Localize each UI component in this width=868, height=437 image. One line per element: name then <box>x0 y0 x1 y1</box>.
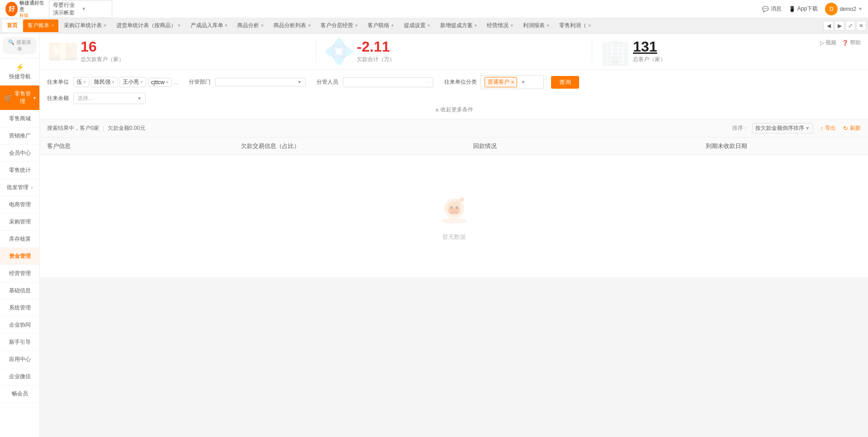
search-menu-input[interactable]: 🔍 搜索菜单 <box>3 37 37 54</box>
refresh-button[interactable]: ↻ 刷新 <box>843 124 861 132</box>
sidebar-item-inventory[interactable]: 库存核算 <box>0 231 39 248</box>
sidebar-item-enterprise-wechat[interactable]: 企业微信 <box>0 368 39 385</box>
sidebar-item-app-center[interactable]: 应用中心 <box>0 351 39 368</box>
tab-operations[interactable]: 经营情况 × <box>482 19 518 32</box>
app-download-button[interactable]: 📱 App下载 <box>789 5 818 13</box>
close-icon[interactable]: × <box>511 79 514 86</box>
stat-value-total-owed-customers: 16 <box>81 39 124 54</box>
sidebar-item-marketing[interactable]: 营销推广 <box>0 128 39 145</box>
chevron-down-icon: ▼ <box>82 6 108 11</box>
search-icon: 🔍 <box>8 39 14 45</box>
tab-commission-settings[interactable]: 提成设置 × <box>399 19 435 32</box>
close-icon[interactable]: × <box>178 23 181 28</box>
sub-person-input[interactable]: ··· <box>343 77 433 87</box>
close-icon[interactable]: × <box>427 23 430 28</box>
close-icon[interactable]: × <box>547 23 549 28</box>
sidebar-item-system-mgmt[interactable]: 系统管理 <box>0 299 39 317</box>
top-bar: 好 畅捷通好生意 标版 母婴行业演示帐套 ▼ 💬 消息 📱 App下载 D de… <box>0 0 868 18</box>
table-area: 客户信息 欠款交易信息（占比） 回款情况 到期未收款日期 <box>40 138 868 277</box>
tab-retail-profit[interactable]: 零售利润（ × <box>555 19 595 32</box>
stat-bg-diamond-icon: 💠 <box>323 37 355 66</box>
filter-tag-wang[interactable]: 王小亮 × <box>120 77 146 87</box>
close-icon[interactable]: × <box>308 23 311 28</box>
sidebar-item-business-mgmt[interactable]: 经营管理 <box>0 265 39 282</box>
user-profile[interactable]: D demo2 ▼ <box>825 3 863 15</box>
divider: | <box>103 125 104 132</box>
filter-area: 往来单位 伍 × 陈民强 × 王小亮 × cjttcw <box>40 70 868 119</box>
close-icon[interactable]: × <box>112 80 115 85</box>
filter-tag-wu[interactable]: 伍 × <box>73 77 89 87</box>
close-icon[interactable]: × <box>475 23 477 28</box>
tab-goods-analysis[interactable]: 商品分析 × <box>233 19 268 32</box>
close-icon[interactable]: × <box>104 23 106 28</box>
empty-illustration <box>436 191 472 228</box>
tab-profit-report[interactable]: 利润报表 × <box>518 19 554 32</box>
sidebar-item-retail-shop[interactable]: 零售商城 <box>0 110 39 128</box>
stat-bg-building-icon: 🏢 <box>599 37 631 66</box>
sidebar-item-chang-member[interactable]: 畅会员 <box>0 385 39 403</box>
help-link[interactable]: ❓ 帮助 <box>842 39 861 47</box>
sort-select[interactable]: 按欠款金额倒序排序 ▼ <box>752 123 813 133</box>
sidebar-item-basic-info[interactable]: 基础信息 <box>0 282 39 299</box>
col-header-due: 到期未收款日期 <box>706 142 861 150</box>
sidebar-item-retail-mgmt[interactable]: 🛒 零售管理 ▾ <box>0 86 39 110</box>
export-button[interactable]: ↑ 导出 <box>820 124 836 132</box>
sidebar-item-retail-stats[interactable]: 零售统计 <box>0 162 39 179</box>
tab-purchase-goods-stats[interactable]: 进货单统计表（按商品） × <box>112 19 185 32</box>
stats-bar: 💴 16 总欠款客户（家） 💠 -2.11 欠款合计（万） <box>40 33 868 70</box>
remaining-select[interactable]: 选择... ▼ <box>73 93 146 104</box>
query-button[interactable]: 查询 <box>551 76 579 89</box>
col-header-customer: 客户信息 <box>47 142 241 150</box>
tab-customer-ledger[interactable]: 客户账本 × <box>23 19 58 32</box>
close-icon[interactable]: × <box>166 80 169 85</box>
sidebar-item-enterprise-collab[interactable]: 企业协同 <box>0 317 39 334</box>
tab-home[interactable]: 首页 <box>2 19 22 32</box>
unit-category-select[interactable]: 普通客户 × ▼ <box>480 75 544 89</box>
filter-tag-cjttcw[interactable]: cjttcw × <box>148 78 172 87</box>
tab-expand-button[interactable]: ⤢ <box>845 21 855 31</box>
sidebar-item-purchase-mgmt[interactable]: 采购管理 <box>0 214 39 231</box>
close-icon[interactable]: × <box>225 23 228 28</box>
message-button[interactable]: 💬 消息 <box>762 5 782 13</box>
col-header-debt: 欠款交易信息（占比） <box>241 142 473 150</box>
empty-state: 暂无数据 <box>40 155 868 277</box>
unit-category-selected-tag[interactable]: 普通客户 × <box>484 77 517 87</box>
tab-close-all-button[interactable]: ✕ <box>856 21 866 31</box>
close-icon[interactable]: × <box>140 80 143 85</box>
tab-customer-contact[interactable]: 客户联络 × <box>363 19 398 32</box>
close-icon[interactable]: × <box>510 23 513 28</box>
tab-customer-tier[interactable]: 客户分层经营 × <box>316 19 362 32</box>
filter-more-button[interactable]: ... <box>173 79 178 86</box>
stat-label-total-owed-amount: 欠款合计（万） <box>357 56 395 63</box>
sidebar-item-ecommerce-mgmt[interactable]: 电商管理 <box>0 196 39 214</box>
svg-point-0 <box>441 218 467 223</box>
close-icon[interactable]: × <box>51 23 54 28</box>
sub-dept-select[interactable]: ▼ <box>215 78 306 86</box>
sidebar-item-wholesale-mgmt[interactable]: 批发管理 ▾ <box>0 179 39 196</box>
top-right-area: 💬 消息 📱 App下载 D demo2 ▼ <box>762 3 863 15</box>
more-icon: ··· <box>425 79 429 86</box>
sort-label: 排序： <box>732 124 748 132</box>
sub-person-label: 分管人员 <box>317 78 339 86</box>
close-icon[interactable]: × <box>588 23 591 28</box>
sidebar-item-finance-mgmt[interactable]: 资金管理 <box>0 248 39 265</box>
store-select[interactable]: 母婴行业演示帐套 ▼ <box>49 0 112 18</box>
sidebar-item-member-center[interactable]: 会员中心 <box>0 145 39 162</box>
tab-next-button[interactable]: ▶ <box>834 21 844 31</box>
tab-purchase-stats[interactable]: 采购订单统计表 × <box>59 19 111 32</box>
tab-goods-analysis-list[interactable]: 商品分析列表 × <box>269 19 315 32</box>
filter-tag-chen[interactable]: 陈民强 × <box>91 77 118 87</box>
close-icon[interactable]: × <box>83 80 86 85</box>
close-icon[interactable]: × <box>261 23 264 28</box>
close-icon[interactable]: × <box>391 23 394 28</box>
collapse-button[interactable]: ∧ 收起更多条件 <box>435 106 473 114</box>
tab-prev-button[interactable]: ◀ <box>824 21 834 31</box>
close-icon[interactable]: × <box>355 23 358 28</box>
video-link[interactable]: ▷ 视频 <box>820 39 836 47</box>
sidebar-search-area[interactable]: 🔍 搜索菜单 <box>0 33 39 58</box>
chevron-down-icon: ▼ <box>806 126 810 131</box>
tab-add-commission[interactable]: 新增提成方案 × <box>436 19 482 32</box>
sidebar-item-quick-nav[interactable]: ⚡ 快捷导航 <box>0 58 39 86</box>
tab-finished-goods[interactable]: 产成品入库单 × <box>186 19 232 32</box>
sidebar-item-beginner-guide[interactable]: 新手引导 <box>0 334 39 351</box>
